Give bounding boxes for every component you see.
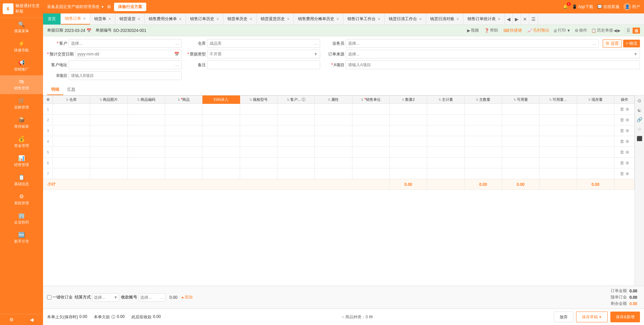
tab-close-icon[interactable]: ✕ [138,17,140,21]
tab-invoice-history[interactable]: 销货单历史 ✕ [223,13,257,25]
save-draft-dropdown-icon[interactable]: ▼ [599,315,602,319]
tab-daily-workbench[interactable]: 钱货日清工作台 ✕ [385,13,426,25]
delete-row-icon[interactable]: 🗑 [620,160,624,165]
tab-daily-reconcile[interactable]: 钱货日清对账 ✕ [426,13,463,25]
history-btn[interactable]: 📋 历史单据 ◀ ▶ [591,28,620,33]
delete-row-icon[interactable]: 🗑 [620,128,624,133]
settings-gear-icon[interactable]: ⚙ [107,4,111,9]
order-source-input[interactable] [346,50,632,58]
row-main-qty-cell[interactable] [464,104,502,115]
delete-row-icon[interactable]: 🗑 [620,117,624,122]
operation-btn[interactable]: ⚙ 操作 [573,27,589,34]
data-table-container[interactable]: ⚙ ⇅仓库 ⇅商品图片 ⇅商品编码 ⇅*商品 扫码录入 ⇅规格型号 ⇅客户...… [43,95,635,286]
shortcut-btn[interactable]: ⌨ 快捷键 [502,27,523,34]
user-menu[interactable]: 👤 用户 [623,3,640,10]
receipt-input[interactable] [139,294,159,301]
invoice-type-dropdown-icon[interactable]: ▼ [312,52,320,56]
help-btn[interactable]: ❓ 帮助 [483,27,499,34]
delivery-date-input[interactable] [75,50,172,58]
app-download-link[interactable]: 📱 App下载 [572,4,593,10]
copy-row-icon[interactable]: ⊕ [626,139,629,144]
tab-sales-expense[interactable]: 销售费用分摊单 ✕ [145,13,186,25]
delete-row-icon[interactable]: 🗑 [620,150,624,155]
note-input[interactable] [207,61,320,69]
tab-close-icon[interactable]: ✕ [108,17,111,21]
tab-close-icon[interactable]: ✕ [456,17,459,21]
settings-bottom-icon[interactable]: ⚙ [9,317,14,322]
sidebar-item-operations[interactable]: 📊 经营管理 [0,152,43,171]
tab-sales-invoice[interactable]: 销货单 ✕ [90,13,115,25]
settings-config-btn[interactable]: ⚙ 设置 [603,39,621,48]
view-btn[interactable]: ▶ 视频 [466,27,480,34]
detail-tab-mingxi[interactable]: 明细 [47,85,63,95]
customer-dots-btn[interactable]: … [173,41,181,46]
right-fingerprint-icon[interactable]: ☯ [637,108,642,113]
layout-list-btn[interactable]: ☰ [624,28,632,34]
layout-grid-btn[interactable]: ▦ [633,28,640,34]
tab-order-history[interactable]: 销售订单历史 ✕ [186,13,223,25]
collapse-icon[interactable]: ◀ [30,317,34,322]
right-link-icon[interactable]: 🔗 [637,117,642,122]
tab-home[interactable]: 首页 [43,13,61,25]
sidebar-item-system[interactable]: ⚙ 系统管理 [0,190,43,209]
copy-row-icon[interactable]: ⊕ [626,160,629,165]
tab-close-icon[interactable]: ✕ [378,17,380,21]
tab-close-icon[interactable]: ✕ [419,17,422,21]
online-service-link[interactable]: 💬 在线客服 [597,4,619,10]
row-qty2-cell[interactable] [389,104,427,115]
copy-row-icon[interactable]: ⊕ [626,150,629,155]
salesperson-input[interactable] [346,39,590,47]
tab-close-icon[interactable]: ✕ [216,17,219,21]
warehouse-dots-btn[interactable]: … [312,41,320,46]
copy-row-icon[interactable]: ⊕ [626,107,629,112]
add-receipt-btn[interactable]: ● 添加 [181,294,192,300]
sidebar-item-finance[interactable]: 💰 资金管理 [0,132,43,152]
receipt-dots-btn[interactable]: … [159,295,165,300]
row-available2-cell[interactable] [539,104,577,115]
row-current-cell[interactable] [577,104,614,115]
copy-row-icon[interactable]: ⊕ [626,117,629,122]
project-b-input[interactable] [69,72,181,80]
sidebar-item-basic[interactable]: 📋 基础信息 [0,171,43,190]
print-btn[interactable]: 🖨 打印 ▼ [553,28,571,33]
save-new-button[interactable]: 保存&新增 [610,312,640,322]
detail-tab-huizong[interactable]: 汇总 [63,85,79,95]
row-spec-cell[interactable] [240,104,277,115]
tab-close-icon[interactable]: ✕ [250,17,252,21]
sidebar-item-inventory[interactable]: 📦 库存核算 [0,113,43,132]
copy-row-icon[interactable]: ⊕ [626,128,629,133]
delete-row-icon[interactable]: 🗑 [620,171,624,176]
profit-btn[interactable]: 📈 毛利预估 [526,27,551,34]
sidebar-item-quicknav[interactable]: ⚡ 快捷导航 [0,37,43,56]
copy-row-icon[interactable]: ⊕ [626,171,629,176]
col-scan[interactable]: 扫码录入 [202,96,240,104]
sidebar-item-marketing[interactable]: 📢 营销推广 [0,56,43,75]
tab-order-stats[interactable]: 销售订单统计表 ✕ [463,13,505,25]
tab-close-icon[interactable]: ✕ [83,17,86,21]
salesperson-dots-btn[interactable]: … [590,41,598,46]
row-customer-code-cell[interactable] [277,104,314,115]
calendar-icon[interactable]: 📅 [86,28,91,33]
tab-close-all-btn[interactable]: ✕ [521,13,529,25]
row-product-cell[interactable] [165,104,202,115]
tab-prev-btn[interactable]: ◀ [505,13,513,25]
add-row-btn[interactable]: + 物流 [623,40,640,47]
invoice-type-input[interactable] [207,50,312,58]
settlement-dropdown-icon[interactable]: ▼ [113,295,119,300]
customer-input[interactable] [69,39,173,47]
tab-expense-history[interactable]: 销售费用分摊单历史 ✕ [294,13,343,25]
sidebar-item-guide[interactable]: 🆕 新手引导 [0,228,43,247]
project-a-input[interactable] [346,61,640,69]
solution-button[interactable]: 体验行业方案 [114,3,146,11]
sidebar-item-sales[interactable]: 🛍 销售管理 [0,75,43,94]
discard-button[interactable]: 放弃 [554,312,573,322]
warehouse-input[interactable] [207,39,312,47]
tab-order-workbench[interactable]: 销售订单工作台 ✕ [343,13,385,25]
row-warehouse-cell[interactable] [53,104,90,115]
order-source-dropdown[interactable]: ▼ [632,52,640,56]
delete-row-icon[interactable]: 🗑 [620,107,624,112]
tab-close-icon[interactable]: ✕ [498,17,500,21]
tab-next-btn[interactable]: ▶ [513,13,521,25]
one-click-checkout-checkbox[interactable]: 一键收订金 [47,294,73,300]
customer-address-dots[interactable]: … [173,63,181,67]
